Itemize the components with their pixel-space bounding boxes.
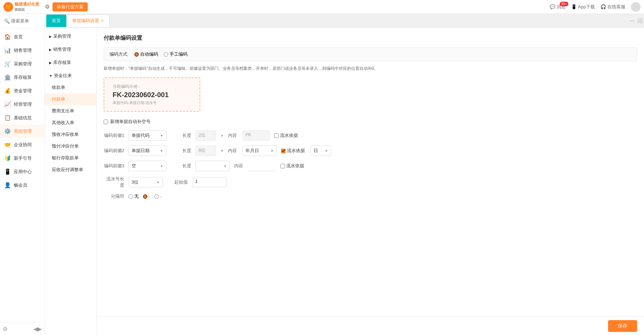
tab-close-icon[interactable]: × bbox=[101, 18, 104, 23]
app-download-item[interactable]: 📱 App下载 bbox=[571, 4, 595, 10]
trial-button[interactable]: 体验行业方案 bbox=[52, 2, 88, 11]
prefix1-select[interactable]: 单据代码 ▼ bbox=[128, 130, 166, 141]
sep-none-radio[interactable] bbox=[128, 194, 133, 199]
coding-radio-group: 自动编码 手工编码 bbox=[134, 51, 188, 57]
prefix1-row: 编码前缀1 单据代码 ▼ 长度 2位 ▼ 内容 FK bbox=[104, 130, 637, 141]
chevron-right-icon-2: ▶ bbox=[49, 48, 52, 52]
menu-group-inventory-header[interactable]: ▶ 库存核算 bbox=[45, 57, 96, 68]
inventory-icon: 🏛️ bbox=[4, 74, 11, 81]
sidebar-item-operations[interactable]: 📈 经营管理 bbox=[0, 97, 45, 111]
prefix1-serial-checkbox[interactable] bbox=[274, 133, 279, 138]
menu-item-other-income[interactable]: 其他收入单 bbox=[45, 117, 96, 129]
sidebar-item-system[interactable]: ⚙️ 系统管理 bbox=[0, 124, 45, 138]
prefix3-select[interactable]: 空 ▼ bbox=[128, 161, 166, 171]
sidebar-item-app-center[interactable]: 📱 应用中心 bbox=[0, 165, 45, 178]
member-icon: 👤 bbox=[4, 182, 11, 188]
settings-icon[interactable]: ⚙ bbox=[45, 3, 50, 10]
message-badge: 99+ bbox=[560, 2, 568, 6]
menu-item-receipt[interactable]: 收款单 bbox=[45, 82, 96, 93]
home-icon: 🏠 bbox=[4, 34, 11, 40]
page-title: 付款单编码设置 bbox=[104, 35, 637, 42]
manual-radio-item[interactable]: 手工编码 bbox=[164, 51, 188, 57]
tab-current[interactable]: 单据编码设置 × bbox=[66, 15, 109, 27]
settings-bottom-icon[interactable]: ⚙ bbox=[3, 326, 8, 332]
prefix2-select[interactable]: 单据日期 ▼ bbox=[128, 146, 166, 156]
menu-item-adjust[interactable]: 应收应付调整单 bbox=[45, 164, 96, 176]
finance-icon: 💰 bbox=[4, 87, 11, 94]
page-content-wrapper: 付款单编码设置 编码方式 自动编码 手工编码 bbox=[97, 28, 644, 335]
auto-fill-checkbox[interactable] bbox=[104, 120, 108, 124]
code-preview-desc: 单据代码-单据日期-流水号 bbox=[113, 100, 191, 105]
prefix2-row: 编码前缀2 单据日期 ▼ 长度 8位 ▼ 内容 年月日 ▼ bbox=[104, 146, 637, 156]
prefix2-serial-checkbox-item[interactable]: 流水依据 bbox=[281, 148, 305, 154]
sidebar-item-member[interactable]: 👤 畅会员 bbox=[0, 178, 45, 192]
tab-maximize-icon[interactable]: ⬜ bbox=[637, 18, 643, 23]
serial-length-select[interactable]: 3位 ▼ bbox=[128, 177, 163, 187]
menu-group-finance-header[interactable]: ▼ 资金往来 bbox=[45, 70, 96, 82]
prefix3-serial-checkbox[interactable] bbox=[280, 164, 285, 168]
sidebar-bottom: ⚙ ◀▶ bbox=[0, 323, 45, 335]
auto-radio-input[interactable] bbox=[134, 52, 139, 57]
prefix2-content-arrow: ▼ bbox=[270, 149, 274, 153]
sidebar-item-sales[interactable]: 📊 销售管理 bbox=[0, 44, 45, 57]
prefix2-length-input: 8位 bbox=[195, 146, 216, 156]
second-menu: ▶ 采购管理 ▶ 销售管理 ▶ 库存核算 bbox=[45, 28, 97, 335]
save-button[interactable]: 保存 bbox=[608, 320, 637, 332]
coding-method-section: 编码方式 自动编码 手工编码 bbox=[104, 47, 637, 61]
top-bar-right: 💬 消息 99+ 📱 App下载 🎧 在线客服 bbox=[550, 2, 641, 12]
menu-item-payment[interactable]: 付款单 bbox=[45, 93, 96, 105]
tab-home[interactable]: 首页 bbox=[46, 15, 66, 27]
prefix2-content-select[interactable]: 年月日 ▼ bbox=[242, 146, 277, 156]
tab-minimize-icon[interactable]: — bbox=[630, 18, 634, 23]
sidebar-item-inventory[interactable]: 🏛️ 库存核算 bbox=[0, 71, 45, 84]
prefix2-serial-checkbox[interactable] bbox=[281, 149, 286, 153]
prefix3-length-select[interactable]: ▼ bbox=[195, 161, 230, 171]
sep-dash-radio[interactable] bbox=[143, 194, 147, 199]
menu-item-expense[interactable]: 费用支出单 bbox=[45, 105, 96, 117]
prefix1-content-value: FK bbox=[242, 130, 270, 141]
manual-radio-input[interactable] bbox=[164, 52, 168, 57]
prefix3-row: 编码前缀3 空 ▼ 长度 ▼ 内容 bbox=[104, 161, 637, 171]
serial-length-label: 流水号长度 bbox=[104, 176, 124, 188]
menu-group-inventory: ▶ 库存核算 bbox=[45, 57, 96, 68]
menu-group-sales-header[interactable]: ▶ 销售管理 bbox=[45, 44, 96, 55]
user-avatar[interactable] bbox=[631, 2, 641, 12]
prefix1-content-label: 内容 bbox=[228, 132, 238, 139]
sep-dash-item[interactable]: · bbox=[143, 194, 150, 199]
online-service-item[interactable]: 🎧 在线客服 bbox=[600, 4, 625, 10]
search-icon: 🔍 bbox=[4, 19, 10, 24]
chevron-right-icon: ▶ bbox=[49, 35, 52, 38]
prefix3-length-label: 长度 bbox=[171, 163, 191, 169]
menu-item-pre-pay[interactable]: 预付冲应付单 bbox=[45, 140, 96, 152]
sidebar-item-guide[interactable]: 🔰 新手引导 bbox=[0, 151, 45, 165]
prefix2-day-select[interactable]: 日 ▼ bbox=[310, 146, 331, 156]
menu-item-bank[interactable]: 银行存取款单 bbox=[45, 152, 96, 164]
menu-item-pre-receive[interactable]: 预收冲应收单 bbox=[45, 129, 96, 140]
sep-dash2-item[interactable]: · bbox=[154, 194, 162, 199]
prefix3-serial-checkbox-item[interactable]: 流水依据 bbox=[280, 163, 304, 169]
top-bar: 🧡 畅捷通好生意 旗舰版 ⚙ 体验行业方案 💬 消息 99+ 📱 App下载 🎧… bbox=[0, 0, 644, 14]
collapse-icon[interactable]: ◀▶ bbox=[33, 326, 42, 332]
sep-dash2-radio[interactable] bbox=[154, 194, 159, 199]
prefix1-serial-checkbox-item[interactable]: 流水依据 bbox=[274, 132, 298, 139]
message-item[interactable]: 💬 消息 99+ bbox=[550, 4, 566, 10]
prefix1-label: 编码前缀1 bbox=[104, 132, 124, 139]
sidebar-search[interactable]: 🔍 搜索菜单 bbox=[0, 14, 45, 29]
search-menu-button[interactable]: 🔍 搜索菜单 bbox=[3, 17, 42, 26]
sidebar-item-finance[interactable]: 💰 资金管理 bbox=[0, 84, 45, 97]
sidebar-item-enterprise[interactable]: 🤝 企业协同 bbox=[0, 138, 45, 151]
service-icon: 🎧 bbox=[600, 4, 606, 9]
menu-group-purchase-header[interactable]: ▶ 采购管理 bbox=[45, 30, 96, 42]
content-with-menu: ▶ 采购管理 ▶ 销售管理 ▶ 库存核算 bbox=[45, 28, 644, 335]
sep-none-item[interactable]: 无 bbox=[128, 193, 139, 199]
sidebar-item-basic-info[interactable]: 📋 基础信息 bbox=[0, 111, 45, 124]
enterprise-icon: 🤝 bbox=[4, 141, 11, 148]
chevron-down-icon: ▼ bbox=[49, 74, 52, 78]
start-value-input[interactable]: 1 bbox=[192, 177, 227, 187]
sidebar-item-purchase[interactable]: 🛒 采购管理 bbox=[0, 57, 45, 71]
message-icon: 💬 bbox=[550, 4, 555, 9]
operations-icon: 📈 bbox=[4, 101, 11, 108]
logo-icon: 🧡 bbox=[3, 2, 13, 12]
sidebar-item-home[interactable]: 🏠 首页 bbox=[0, 30, 45, 44]
auto-radio-item[interactable]: 自动编码 bbox=[134, 51, 158, 57]
